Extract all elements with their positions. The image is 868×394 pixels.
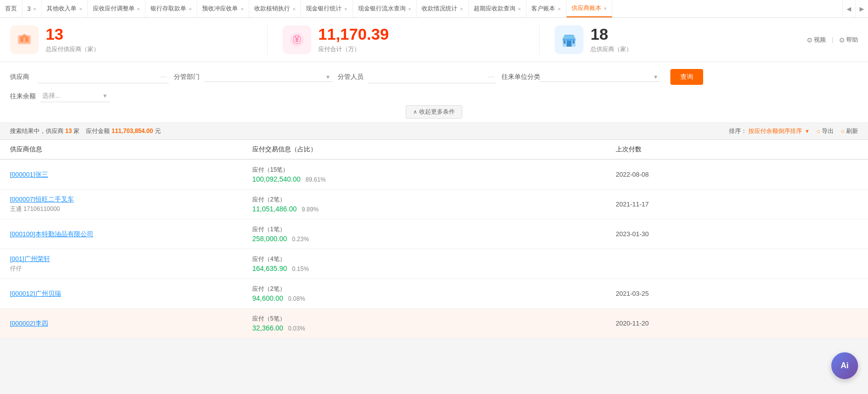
tx-label-1: 应付（15笔） <box>252 166 616 174</box>
nav-item-prepay-offset[interactable]: 预收冲应收单 × <box>197 0 249 17</box>
nav-item-receipt-stat[interactable]: 收款情况统计 × <box>417 0 468 17</box>
nav-left-arrow[interactable]: ◀ <box>842 0 855 17</box>
close-icon[interactable]: × <box>344 6 347 12</box>
supplier-cell-3: [000100]本特勤油品有限公司 <box>10 230 252 239</box>
nav-item-cash-bank-stat[interactable]: 现金银行统计 × <box>301 0 353 17</box>
balance-select-wrapper[interactable]: 选择... ▼ <box>40 90 110 102</box>
close-icon[interactable]: × <box>604 5 607 11</box>
svg-rect-9 <box>564 41 566 44</box>
close-icon[interactable]: × <box>292 6 295 12</box>
tx-percent-3: 0.23% <box>292 236 309 243</box>
supplier-name-4[interactable]: 广州荣轩 <box>24 255 50 263</box>
tx-cell-2: 应付（2笔） 11,051,486.00 9.89% <box>252 196 616 213</box>
supplier-name-1[interactable]: 张三 <box>35 171 48 178</box>
category-select-wrapper[interactable]: ▼ <box>539 72 660 82</box>
person-input[interactable] <box>370 73 486 80</box>
supplier-sub-4: 仔仔 <box>10 264 252 273</box>
dept-select-wrapper[interactable]: ▼ <box>204 72 333 82</box>
lastpay-cell-6: 2020-11-20 <box>616 320 858 327</box>
collapse-arrow-icon: ∧ <box>413 109 417 115</box>
dots-icon[interactable]: ··· <box>160 72 167 81</box>
close-icon[interactable]: × <box>79 6 82 12</box>
close-icon[interactable]: × <box>408 6 411 12</box>
store-icon <box>555 25 583 54</box>
filter-balance: 往来余额 选择... ▼ <box>10 90 110 102</box>
nav-item-overdue-recv[interactable]: 超期应收款查询 × <box>469 0 526 17</box>
tx-cell-3: 应付（1笔） 258,000.00 0.23% <box>252 225 616 243</box>
close-icon[interactable]: × <box>558 6 561 12</box>
close-icon[interactable]: × <box>137 6 140 12</box>
stat-number-2: 11,170.39 <box>318 26 389 43</box>
supplier-link-3[interactable]: [000100] <box>10 230 35 238</box>
sort-value[interactable]: 按应付余额倒序排序 <box>748 128 802 134</box>
collapse-button[interactable]: ∧ 收起更多条件 <box>406 105 462 119</box>
nav-item-tab3[interactable]: 3 × <box>22 0 42 17</box>
top-nav: 首页 3 × 其他收入单 × 应收应付调整单 × 银行存取款单 × 预收冲应收单… <box>0 0 868 18</box>
video-btn[interactable]: ⊙ 视频 <box>807 36 826 44</box>
tx-amount-1[interactable]: 100,092,540.00 <box>252 175 300 183</box>
chevron-down-icon-2: ▼ <box>653 74 658 80</box>
nav-item-customer-book[interactable]: 客户账本 × <box>526 0 566 17</box>
nav-right-arrow[interactable]: ▶ <box>855 0 868 17</box>
svg-text:¥: ¥ <box>294 35 299 44</box>
amount-value: 111,703,854.00 <box>112 128 153 134</box>
query-button[interactable]: 查询 <box>670 69 703 85</box>
nav-item-receipt-verify[interactable]: 收款核销执行 × <box>249 0 301 17</box>
stats-banner: 13 总应付供应商（家） ¥ 11,170.39 应付合计（万） <box>0 18 868 62</box>
supplier-link-1[interactable]: [000001] <box>10 171 35 178</box>
supplier-name-3[interactable]: 本特勤油品有限公司 <box>35 230 93 238</box>
nav-item-supplier-book[interactable]: 供应商账本 × <box>567 0 612 17</box>
stat-card-suppliers: 13 总应付供应商（家） <box>10 25 262 54</box>
tx-amount-5[interactable]: 94,600.00 <box>252 294 283 302</box>
dots-icon-2[interactable]: ··· <box>488 72 495 81</box>
table-header-lastpay: 上次付数 <box>616 145 858 154</box>
nav-item-bank-deposit[interactable]: 银行存取款单 × <box>145 0 197 17</box>
stat-card-total-suppliers: 18 总供应商（家） <box>545 25 807 54</box>
supplier-link-5[interactable]: [000012] <box>10 290 35 297</box>
refresh-button[interactable]: ○ 刷新 <box>841 127 858 135</box>
export-icon: ○ <box>816 128 820 135</box>
chevron-down-icon-3: ▼ <box>102 93 108 99</box>
close-icon[interactable]: × <box>240 6 243 12</box>
supplier-input[interactable] <box>40 73 158 80</box>
tx-label-6: 应付（5笔） <box>252 315 616 323</box>
data-table: 供应商信息 应付交易信息（占比） 上次付数 [000001]张三 应付（15笔）… <box>0 140 868 338</box>
person-filter-label: 分管人员 <box>338 72 365 81</box>
collapse-label: 收起更多条件 <box>419 108 455 116</box>
supplier-link-6[interactable]: [000002] <box>10 320 35 327</box>
supplier-name-6[interactable]: 李四 <box>35 320 48 327</box>
stat-label-3: 总供应商（家） <box>590 45 632 54</box>
close-icon[interactable]: × <box>189 6 192 12</box>
tx-cell-5: 应付（2笔） 94,600.00 0.08% <box>252 285 616 302</box>
export-button[interactable]: ○ 导出 <box>816 127 834 135</box>
nav-item-receivable-adjust[interactable]: 应收应付调整单 × <box>88 0 145 17</box>
tx-cell-1: 应付（15笔） 100,092,540.00 89.61% <box>252 166 616 183</box>
supplier-filter-label: 供应商 <box>10 72 35 81</box>
nav-item-cash-bank-flow[interactable]: 现金银行流水查询 × <box>353 0 417 17</box>
close-icon[interactable]: × <box>33 6 36 12</box>
table-row: [000002]李四 应付（5笔） 32,366.00 0.03% 2020-1… <box>0 309 868 338</box>
supplier-cell-5: [000012]广州贝瑞 <box>10 289 252 298</box>
close-icon[interactable]: × <box>460 6 463 12</box>
nav-item-home[interactable]: 首页 <box>0 0 22 17</box>
tx-amount-2[interactable]: 11,051,486.00 <box>252 205 297 213</box>
stat-number-1: 13 <box>46 26 99 43</box>
supplier-count-value: 13 <box>65 128 72 134</box>
supplier-link-2[interactable]: [000007] <box>10 196 35 203</box>
table-header-tx: 应付交易信息（占比） <box>252 145 616 154</box>
supplier-name-5[interactable]: 广州贝瑞 <box>35 290 61 297</box>
video-icon: ⊙ <box>807 36 812 44</box>
close-icon[interactable]: × <box>518 6 521 12</box>
supplier-cell-4: [001]广州荣轩 仔仔 <box>10 255 252 273</box>
supplier-name-2[interactable]: 恒旺二手叉车 <box>35 196 74 203</box>
stat-label-2: 应付合计（万） <box>318 45 389 54</box>
help-btn[interactable]: ⊙ 帮助 <box>839 36 858 44</box>
nav-item-other-income[interactable]: 其他收入单 × <box>42 0 87 17</box>
tx-amount-3[interactable]: 258,000.00 <box>252 235 287 243</box>
tx-amount-6[interactable]: 32,366.00 <box>252 324 283 332</box>
svg-rect-7 <box>563 39 576 41</box>
supplier-link-4[interactable]: [001] <box>10 255 24 263</box>
tx-amount-4[interactable]: 164,635.90 <box>252 264 287 272</box>
supplier-input-wrapper: ··· <box>38 71 169 83</box>
tx-percent-6: 0.03% <box>288 325 305 332</box>
